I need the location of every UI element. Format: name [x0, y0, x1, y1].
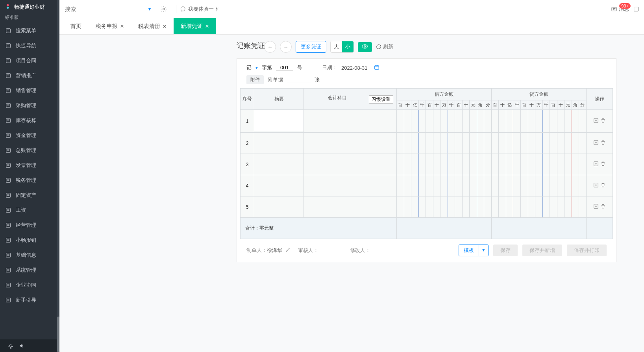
amount-digit[interactable]: [433, 133, 440, 154]
amount-digit[interactable]: [528, 133, 535, 154]
save-print-button[interactable]: 保存并打印: [567, 245, 607, 256]
amount-digit[interactable]: [550, 196, 557, 218]
amount-digit[interactable]: [448, 196, 455, 218]
amount-digit[interactable]: [499, 175, 506, 196]
amount-digit[interactable]: [462, 154, 470, 175]
sidebar-search[interactable]: 搜索菜单: [0, 23, 57, 38]
voucher-type-dropdown-icon[interactable]: ▾: [255, 65, 258, 70]
amount-digit[interactable]: [520, 196, 528, 218]
sidebar-ledger[interactable]: 总账管理: [0, 143, 57, 158]
amount-digit[interactable]: [462, 110, 470, 133]
amount-digit[interactable]: [477, 196, 484, 218]
amount-digit[interactable]: [470, 110, 477, 133]
subject-cell[interactable]: [304, 196, 397, 218]
save-add-button[interactable]: 保存并新增: [522, 245, 562, 256]
amount-digit[interactable]: [411, 196, 419, 218]
amount-digit[interactable]: [564, 133, 572, 154]
sidebar-salary[interactable]: 工资: [0, 203, 57, 218]
amount-digit[interactable]: [462, 196, 470, 218]
amount-digit[interactable]: [433, 175, 440, 196]
amount-digit[interactable]: [499, 110, 506, 133]
amount-digit[interactable]: [484, 110, 492, 133]
size-small-button[interactable]: 小: [342, 41, 353, 52]
amount-digit[interactable]: [513, 196, 521, 218]
amount-digit[interactable]: [411, 154, 419, 175]
amount-digit[interactable]: [397, 175, 404, 196]
close-icon[interactable]: ✕: [205, 24, 209, 29]
amount-digit[interactable]: [564, 154, 572, 175]
amount-digit[interactable]: [513, 110, 521, 133]
delete-row-icon[interactable]: [600, 140, 606, 146]
amount-digit[interactable]: [491, 154, 499, 175]
amount-digit[interactable]: [499, 196, 506, 218]
amount-digit[interactable]: [499, 154, 506, 175]
amount-digit[interactable]: [404, 110, 411, 133]
amount-digit[interactable]: [484, 175, 492, 196]
sidebar-system[interactable]: 系统管理: [0, 263, 57, 278]
subject-cell[interactable]: [304, 154, 397, 175]
amount-digit[interactable]: [520, 133, 528, 154]
amount-digit[interactable]: [572, 154, 579, 175]
amount-digit[interactable]: [572, 110, 579, 133]
amount-digit[interactable]: [477, 154, 484, 175]
amount-digit[interactable]: [462, 133, 470, 154]
amount-digit[interactable]: [499, 133, 506, 154]
amount-digit[interactable]: [520, 110, 528, 133]
amount-digit[interactable]: [440, 110, 448, 133]
amount-digit[interactable]: [506, 196, 513, 218]
amount-digit[interactable]: [448, 133, 455, 154]
template-button[interactable]: 模板 ▾: [459, 245, 489, 256]
subject-cell[interactable]: [304, 110, 397, 133]
amount-digit[interactable]: [440, 133, 448, 154]
add-row-icon[interactable]: [593, 161, 599, 168]
amount-digit[interactable]: [564, 196, 572, 218]
amount-digit[interactable]: [455, 154, 463, 175]
sidebar-reimburse[interactable]: 小畅报销: [0, 233, 57, 248]
amount-digit[interactable]: [572, 175, 579, 196]
sidebar-guide[interactable]: 新手引导: [0, 293, 57, 308]
sidebar-tax[interactable]: 税务管理: [0, 173, 57, 188]
delete-row-icon[interactable]: [600, 204, 606, 210]
amount-digit[interactable]: [448, 154, 455, 175]
amount-digit[interactable]: [535, 110, 543, 133]
amount-digit[interactable]: [433, 154, 440, 175]
amount-digit[interactable]: [557, 133, 564, 154]
prev-voucher-button[interactable]: ←: [264, 41, 276, 53]
amount-digit[interactable]: [506, 110, 513, 133]
more-vouchers-button[interactable]: 更多凭证: [296, 41, 326, 53]
amount-digit[interactable]: [462, 175, 470, 196]
add-row-icon[interactable]: [593, 182, 599, 189]
amount-digit[interactable]: [528, 110, 535, 133]
summary-cell[interactable]: [254, 196, 303, 218]
amount-digit[interactable]: [491, 110, 499, 133]
amount-digit[interactable]: [426, 110, 433, 133]
amount-digit[interactable]: [477, 110, 484, 133]
amount-digit[interactable]: [572, 196, 579, 218]
sidebar-marketing[interactable]: 营销推广: [0, 68, 57, 83]
amount-digit[interactable]: [404, 133, 411, 154]
tab-首页[interactable]: 首页: [63, 18, 89, 34]
amount-digit[interactable]: [418, 154, 426, 175]
sidebar-funds[interactable]: 资金管理: [0, 128, 57, 143]
amount-digit[interactable]: [411, 110, 419, 133]
amount-digit[interactable]: [579, 175, 587, 196]
amount-digit[interactable]: [477, 133, 484, 154]
feedback-link[interactable]: 我要体验一下: [180, 6, 219, 13]
amount-digit[interactable]: [397, 133, 404, 154]
sidebar-inventory[interactable]: 库存核算: [0, 113, 57, 128]
amount-digit[interactable]: [520, 154, 528, 175]
amount-digit[interactable]: [542, 110, 550, 133]
amount-digit[interactable]: [418, 110, 426, 133]
habit-settings-button[interactable]: 习惯设置: [369, 95, 393, 104]
amount-digit[interactable]: [491, 196, 499, 218]
sidebar-collab[interactable]: 企业协同: [0, 278, 57, 293]
amount-digit[interactable]: [535, 175, 543, 196]
amount-digit[interactable]: [491, 175, 499, 196]
amount-digit[interactable]: [397, 196, 404, 218]
amount-digit[interactable]: [557, 154, 564, 175]
add-row-icon[interactable]: [593, 118, 599, 124]
sidebar-quicknav[interactable]: 快捷导航: [0, 38, 57, 53]
amount-digit[interactable]: [411, 175, 419, 196]
attachment-pill[interactable]: 附件: [246, 75, 264, 84]
amount-digit[interactable]: [564, 175, 572, 196]
